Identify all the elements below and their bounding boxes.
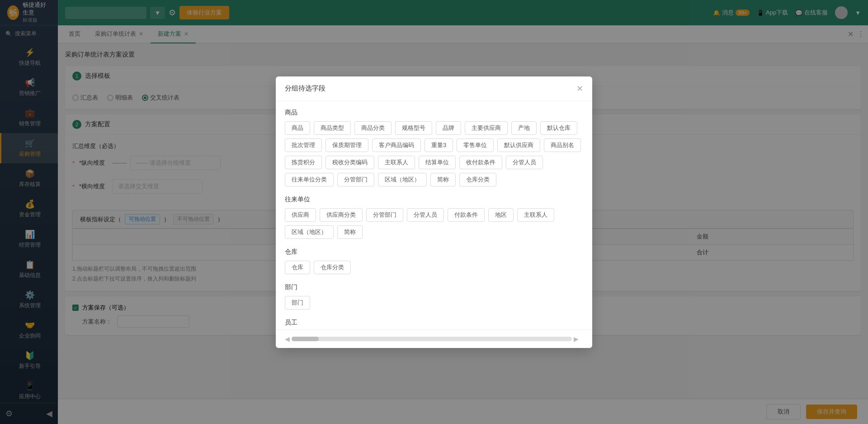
field-tag-abbr[interactable]: 简称 [430, 173, 456, 186]
modal-close-button[interactable]: ✕ [576, 84, 583, 94]
field-tag-department[interactable]: 部门 [285, 296, 310, 310]
scroll-thumb [292, 337, 319, 341]
modal-title: 分组待选字段 [285, 84, 326, 93]
partner-group-title: 往来单位 [285, 195, 583, 204]
modal-body: 商品 商品 商品类型 商品分类 规格型号 品牌 主要供应商 产地 默认仓库 批次… [276, 101, 592, 329]
warehouse-field-tags: 仓库 仓库分类 [285, 261, 583, 274]
field-tag-origin[interactable]: 产地 [511, 121, 537, 135]
modal-scrollbar-footer: ◀ ▶ [276, 329, 592, 348]
field-group-department: 部门 部门 [285, 283, 583, 310]
field-tag-supervisor[interactable]: 分管人员 [506, 156, 543, 169]
modal-dialog: 分组待选字段 ✕ 商品 商品 商品类型 商品分类 规格型号 品牌 主要供应商 产… [276, 76, 592, 348]
field-tag-settlement-unit[interactable]: 结算单位 [419, 156, 456, 169]
field-tag-payment-condition[interactable]: 付款条件 [448, 208, 485, 222]
employee-group-title: 员工 [285, 319, 583, 327]
scroll-right-icon[interactable]: ▶ [574, 335, 579, 343]
field-tag-customer-code[interactable]: 客户商品编码 [372, 138, 421, 152]
product-group-title: 商品 [285, 109, 583, 117]
scroll-left-icon[interactable]: ◀ [285, 335, 290, 343]
field-tag-partner-category[interactable]: 往来单位分类 [285, 173, 334, 186]
scroll-track[interactable] [292, 337, 572, 341]
field-tag-spec-model[interactable]: 规格型号 [395, 121, 432, 135]
field-group-partner: 往来单位 供应商 供应商分类 分管部门 分管人员 付款条件 地区 主联系人 区域… [285, 195, 583, 239]
field-tag-pick-points[interactable]: 拣货积分 [285, 156, 322, 169]
field-tag-product[interactable]: 商品 [285, 121, 310, 135]
field-tag-product-category[interactable]: 商品分类 [354, 121, 392, 135]
field-tag-expiry-mgmt[interactable]: 保质期管理 [326, 138, 368, 152]
field-tag-partner-supervisor[interactable]: 分管人员 [407, 208, 444, 222]
field-tag-partner-region[interactable]: 区域（地区） [285, 225, 334, 239]
modal-header: 分组待选字段 ✕ [276, 76, 592, 101]
field-tag-retail-unit[interactable]: 零售单位 [457, 138, 494, 152]
field-tag-dept[interactable]: 分管部门 [337, 173, 374, 186]
field-tag-wh[interactable]: 仓库 [285, 261, 310, 274]
field-tag-weight3[interactable]: 重量3 [425, 138, 453, 152]
field-tag-payment-terms[interactable]: 收付款条件 [459, 156, 502, 169]
field-group-product: 商品 商品 商品类型 商品分类 规格型号 品牌 主要供应商 产地 默认仓库 批次… [285, 109, 583, 186]
warehouse-group-title: 仓库 [285, 248, 583, 256]
department-group-title: 部门 [285, 283, 583, 291]
field-group-warehouse: 仓库 仓库 仓库分类 [285, 248, 583, 274]
field-tag-default-supplier[interactable]: 默认供应商 [497, 138, 540, 152]
field-tag-partner-abbr[interactable]: 简称 [337, 225, 363, 239]
field-tag-product-type[interactable]: 商品类型 [314, 121, 351, 135]
field-tag-brand[interactable]: 品牌 [436, 121, 461, 135]
field-tag-wh-category[interactable]: 仓库分类 [314, 261, 351, 274]
department-field-tags: 部门 [285, 296, 583, 310]
modal-hscroll: ◀ ▶ [285, 335, 579, 343]
field-tag-warehouse-category[interactable]: 仓库分类 [459, 173, 496, 186]
field-tag-product-alias[interactable]: 商品别名 [544, 138, 581, 152]
field-tag-supplier[interactable]: 供应商 [285, 208, 316, 222]
field-group-employee: 员工 业务员 [285, 319, 583, 329]
field-tag-main-supplier[interactable]: 主要供应商 [465, 121, 508, 135]
field-tag-partner-main-contact[interactable]: 主联系人 [517, 208, 554, 222]
partner-field-tags: 供应商 供应商分类 分管部门 分管人员 付款条件 地区 主联系人 区域（地区） … [285, 208, 583, 239]
field-tag-default-warehouse[interactable]: 默认仓库 [540, 121, 577, 135]
field-tag-supplier-category[interactable]: 供应商分类 [320, 208, 363, 222]
field-tag-region[interactable]: 区域（地区） [378, 173, 427, 186]
product-field-tags: 商品 商品类型 商品分类 规格型号 品牌 主要供应商 产地 默认仓库 批次管理 … [285, 121, 583, 186]
field-tag-partner-dept[interactable]: 分管部门 [366, 208, 403, 222]
field-tag-tax-code[interactable]: 税收分类编码 [326, 156, 374, 169]
field-tag-area[interactable]: 地区 [488, 208, 514, 222]
modal-overlay: 分组待选字段 ✕ 商品 商品 商品类型 商品分类 规格型号 品牌 主要供应商 产… [0, 0, 868, 424]
field-tag-batch-mgmt[interactable]: 批次管理 [285, 138, 322, 152]
field-tag-main-contact[interactable]: 主联系人 [378, 156, 415, 169]
